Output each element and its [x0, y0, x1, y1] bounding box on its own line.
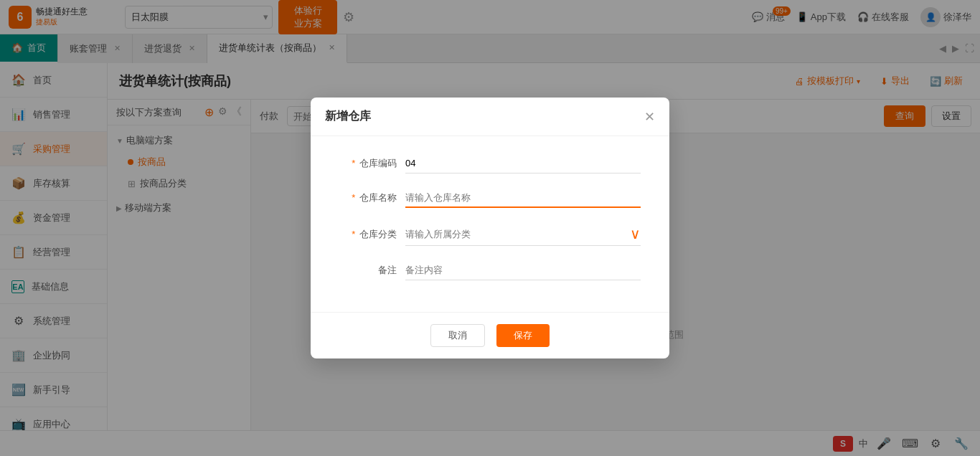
note-field-row: 备注: [339, 260, 641, 280]
note-input[interactable]: [405, 260, 641, 280]
name-input[interactable]: [405, 188, 641, 208]
dialog-header: 新增仓库 ✕: [311, 98, 669, 136]
dialog-body: * 仓库编码 * 仓库名称 * 仓库分类: [311, 136, 669, 312]
add-warehouse-dialog: 新增仓库 ✕ * 仓库编码 * 仓库名称: [311, 98, 669, 358]
name-field-row: * 仓库名称: [339, 188, 641, 208]
note-label: 备注: [339, 264, 397, 277]
save-button[interactable]: 保存: [496, 324, 550, 347]
category-field-row: * 仓库分类 ∨: [339, 222, 641, 246]
dialog-footer: 取消 保存: [311, 312, 669, 358]
dialog-close-btn[interactable]: ✕: [644, 110, 655, 123]
code-field-row: * 仓库编码: [339, 153, 641, 174]
modal-overlay: 新增仓库 ✕ * 仓库编码 * 仓库名称: [0, 0, 980, 456]
name-label: * 仓库名称: [339, 191, 397, 204]
category-label: * 仓库分类: [339, 228, 397, 241]
category-arrow[interactable]: ∨: [630, 225, 641, 242]
code-label: * 仓库编码: [339, 157, 397, 170]
code-input[interactable]: [405, 153, 641, 174]
dialog-title: 新增仓库: [325, 109, 371, 124]
category-select-row: ∨: [405, 222, 641, 246]
category-input[interactable]: [405, 225, 630, 242]
cancel-button[interactable]: 取消: [430, 324, 485, 347]
